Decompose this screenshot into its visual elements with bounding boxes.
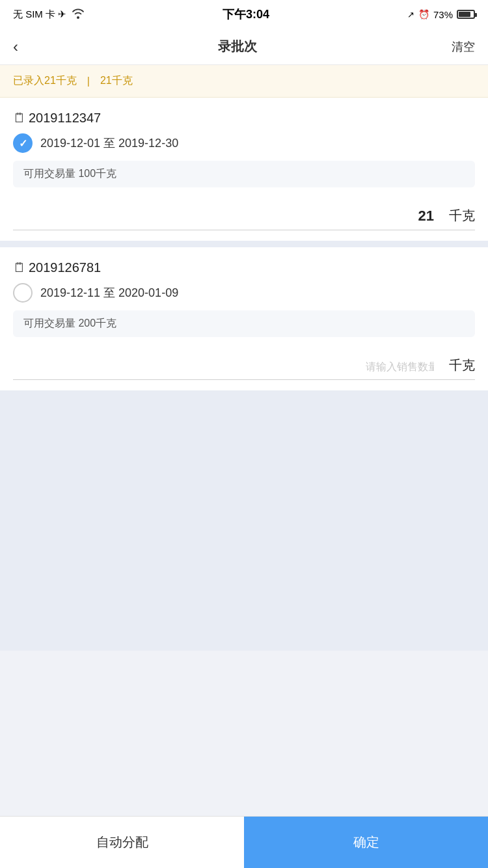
battery-icon	[457, 10, 475, 19]
batch-1-date: 2019-12-01 至 2019-12-30	[40, 135, 178, 151]
batch-1-icon: 🗒	[13, 111, 26, 126]
footer: 自动分配 确定	[0, 816, 488, 868]
batch-2-qty-input[interactable]	[366, 357, 444, 374]
status-bar: 无 SIM 卡 ✈ 下午3:04 ↗ ⏰ 73%	[0, 0, 488, 29]
info-banner: 已录入21千克 | 21千克	[0, 65, 488, 98]
batch-2-input-divider	[13, 379, 475, 380]
battery-percent: 73%	[433, 9, 453, 20]
batch-1-available-qty: 可用交易量 100千克	[13, 161, 475, 187]
batch-2-radio[interactable]	[13, 283, 33, 303]
batch-2-input-section: 千克	[0, 347, 488, 390]
batch-1-id: 2019112347	[29, 111, 101, 126]
batch-card-2: 🗒 2019126781 2019-12-11 至 2020-01-09 可用交…	[0, 247, 488, 390]
alarm-icon: ⏰	[418, 9, 429, 20]
batch-2-unit: 千克	[449, 357, 475, 374]
wifi-icon	[72, 8, 85, 21]
confirm-button[interactable]: 确定	[244, 817, 488, 868]
batch-1-date-row[interactable]: 2019-12-01 至 2019-12-30	[13, 133, 475, 153]
batch-1-input-section: 千克	[0, 198, 488, 241]
bottom-spacer	[0, 390, 488, 651]
banner-divider: |	[87, 75, 90, 87]
status-time: 下午3:04	[223, 7, 269, 22]
auto-assign-button[interactable]: 自动分配	[0, 817, 244, 868]
batch-2-icon: 🗒	[13, 260, 26, 275]
batch-1-unit: 千克	[449, 207, 475, 224]
batch-2-date-row[interactable]: 2019-12-11 至 2020-01-09	[13, 283, 475, 303]
clear-button[interactable]: 清空	[452, 39, 475, 55]
recorded-qty: 已录入21千克	[13, 74, 77, 88]
batch-1-header: 🗒 2019112347	[13, 111, 475, 126]
card-divider	[0, 241, 488, 247]
status-right: ↗ ⏰ 73%	[407, 9, 475, 20]
batch-1-radio[interactable]	[13, 133, 33, 153]
batch-2-id: 2019126781	[29, 260, 101, 275]
back-button[interactable]: ‹	[8, 33, 23, 61]
page-title: 录批次	[218, 38, 257, 55]
batch-card-1: 🗒 2019112347 2019-12-01 至 2019-12-30 可用交…	[0, 98, 488, 241]
batch-2-header: 🗒 2019126781	[13, 260, 475, 275]
batch-1-input-divider	[13, 230, 475, 230]
status-left: 无 SIM 卡 ✈	[13, 8, 85, 21]
batch-2-date: 2019-12-11 至 2020-01-09	[40, 285, 178, 301]
total-qty: 21千克	[100, 74, 133, 88]
batch-2-available-qty: 可用交易量 200千克	[13, 310, 475, 337]
no-sim-label: 无 SIM 卡 ✈	[13, 8, 66, 21]
batch-1-qty-input[interactable]	[366, 208, 444, 224]
nav-bar: ‹ 录批次 清空	[0, 29, 488, 65]
location-icon: ↗	[407, 10, 414, 20]
